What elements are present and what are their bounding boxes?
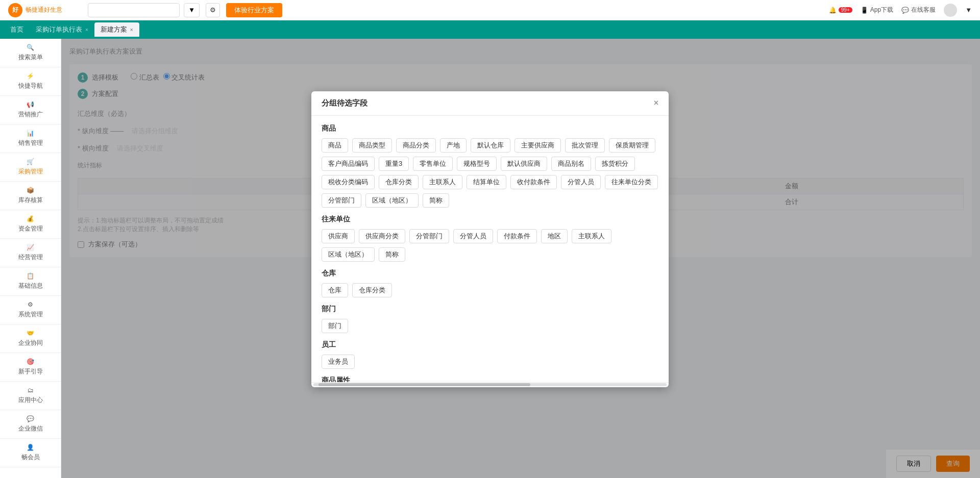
logo-icon: 好 <box>8 3 22 17</box>
sidebar-sales-label: 销售管理 <box>18 139 43 147</box>
field-product-alias[interactable]: 商品别名 <box>551 157 591 171</box>
field-supplier[interactable]: 供应商 <box>322 229 355 243</box>
tab-home[interactable]: 首页 <box>4 22 30 37</box>
search-icon: 🔍 <box>27 44 34 51</box>
field-warehouse-class[interactable]: 仓库分类 <box>352 283 392 297</box>
app-icon: 📱 <box>861 7 868 14</box>
sidebar-item-wechat[interactable]: 💬 企业微信 <box>0 410 61 439</box>
guide-icon: 🎯 <box>27 358 34 365</box>
section-title-warehouse: 仓库 <box>322 269 658 278</box>
field-pick-points[interactable]: 拣货积分 <box>595 157 635 171</box>
sidebar-item-marketing[interactable]: 📢 营销推广 <box>0 96 61 124</box>
sidebar-quick-nav-label: 快捷导航 <box>18 82 43 90</box>
modal: 分组待选字段 × 商品 商品 商品类型 商品分类 产地 默认仓库 主要供应商 批… <box>311 91 669 387</box>
sidebar-item-finance[interactable]: 💰 资金管理 <box>0 210 61 239</box>
tab-new-plan-close[interactable]: × <box>130 27 133 33</box>
field-partner-main-contact[interactable]: 主联系人 <box>572 229 611 243</box>
field-main-contact[interactable]: 主联系人 <box>423 175 462 189</box>
sidebar-item-inventory[interactable]: 📦 库存核算 <box>0 182 61 210</box>
field-weight[interactable]: 重量3 <box>379 157 409 171</box>
partner-fields: 供应商 供应商分类 分管部门 分管人员 付款条件 地区 主联系人 区域（地区） … <box>322 229 658 262</box>
notification-icon: 🔔 <box>829 7 837 14</box>
tab-bar: 首页 采购订单执行表 × 新建方案 × <box>0 20 980 39</box>
tab-purchase-order[interactable]: 采购订单执行表 × <box>30 22 94 37</box>
field-department[interactable]: 部门 <box>322 319 348 333</box>
field-partner-supervisor[interactable]: 分管人员 <box>453 229 493 243</box>
sidebar-guide-label: 新手引导 <box>18 367 43 376</box>
sidebar-item-sales[interactable]: 📊 销售管理 <box>0 124 61 153</box>
experience-btn[interactable]: 体验行业方案 <box>226 3 282 17</box>
field-payment-terms[interactable]: 收付款条件 <box>510 175 557 189</box>
field-batch-mgmt[interactable]: 批次管理 <box>565 138 605 153</box>
top-header: 好 畅捷通好生意 ▼ ⚙ 体验行业方案 🔔 99+ 📱 App下载 💬 在线客服… <box>0 0 980 20</box>
sales-icon: 📊 <box>27 130 34 137</box>
field-region[interactable]: 区域（地区） <box>365 193 419 208</box>
system-icon: ⚙ <box>28 301 33 308</box>
notification-badge: 99+ <box>839 7 852 13</box>
wechat-icon: 💬 <box>27 415 34 422</box>
tab-purchase-order-close[interactable]: × <box>85 27 88 33</box>
sidebar-item-member[interactable]: 👤 畅会员 <box>0 439 61 467</box>
collab-icon: 🤝 <box>27 330 34 337</box>
field-settlement-unit[interactable]: 结算单位 <box>467 175 506 189</box>
field-default-warehouse[interactable]: 默认仓库 <box>471 138 510 153</box>
sidebar-item-basic-info[interactable]: 📋 基础信息 <box>0 267 61 296</box>
top-nav: ▼ ⚙ 体验行业方案 <box>88 3 282 17</box>
sidebar-collab-label: 企业协同 <box>18 339 43 347</box>
field-payment-condition[interactable]: 付款条件 <box>497 229 537 243</box>
sidebar-item-apps[interactable]: 🗂 应用中心 <box>0 382 61 410</box>
sidebar-item-purchase[interactable]: 🛒 采购管理 <box>0 153 61 182</box>
sidebar-item-collab[interactable]: 🤝 企业协同 <box>0 324 61 353</box>
app-download-item[interactable]: 📱 App下载 <box>861 6 893 14</box>
field-product-type[interactable]: 商品类型 <box>352 138 392 153</box>
field-partner-short-name[interactable]: 简称 <box>379 247 405 262</box>
field-warehouse[interactable]: 仓库 <box>322 283 348 297</box>
field-shelf-life[interactable]: 保质期管理 <box>609 138 655 153</box>
sidebar-marketing-label: 营销推广 <box>18 110 43 119</box>
field-partner-dept[interactable]: 分管部门 <box>409 229 449 243</box>
field-origin[interactable]: 产地 <box>440 138 467 153</box>
avatar[interactable] <box>944 4 957 17</box>
online-service-item[interactable]: 💬 在线客服 <box>901 6 936 14</box>
sidebar: 🔍 搜索菜单 ⚡ 快捷导航 📢 营销推广 📊 销售管理 🛒 采购管理 📦 库存核… <box>0 39 61 478</box>
sidebar-purchase-label: 采购管理 <box>18 167 43 176</box>
service-icon: 💬 <box>901 7 909 14</box>
field-customer-code[interactable]: 客户商品编码 <box>322 157 375 171</box>
field-supervisor[interactable]: 分管人员 <box>561 175 601 189</box>
employee-fields: 业务员 <box>322 355 658 369</box>
sidebar-item-search[interactable]: 🔍 搜索菜单 <box>0 39 61 67</box>
field-salesperson[interactable]: 业务员 <box>322 355 355 369</box>
field-short-name[interactable]: 简称 <box>423 193 449 208</box>
quick-nav-icon: ⚡ <box>27 72 34 80</box>
field-tax-code[interactable]: 税收分类编码 <box>322 175 375 189</box>
field-warehouse-category[interactable]: 仓库分类 <box>379 175 419 189</box>
sidebar-item-system[interactable]: ⚙ 系统管理 <box>0 296 61 324</box>
field-spec-model[interactable]: 规格型号 <box>457 157 497 171</box>
field-main-supplier[interactable]: 主要供应商 <box>514 138 561 153</box>
purchase-icon: 🛒 <box>27 158 34 165</box>
logo-area: 好 畅捷通好生意 <box>8 3 69 17</box>
field-dept[interactable]: 分管部门 <box>322 193 361 208</box>
field-supplier-category[interactable]: 供应商分类 <box>359 229 405 243</box>
top-dropdown-btn[interactable]: ▼ <box>184 3 200 17</box>
tab-new-plan[interactable]: 新建方案 × <box>94 22 139 37</box>
modal-hscrollbar[interactable] <box>311 382 669 387</box>
modal-close-btn[interactable]: × <box>654 98 658 108</box>
top-settings-btn[interactable]: ⚙ <box>206 3 220 17</box>
sidebar-item-quick-nav[interactable]: ⚡ 快捷导航 <box>0 67 61 96</box>
field-partner-region[interactable]: 区域（地区） <box>322 247 375 262</box>
field-retail-unit[interactable]: 零售单位 <box>413 157 453 171</box>
field-default-supplier[interactable]: 默认供应商 <box>501 157 547 171</box>
finance-icon: 💰 <box>27 215 34 222</box>
field-product[interactable]: 商品 <box>322 138 348 153</box>
field-area[interactable]: 地区 <box>541 229 568 243</box>
field-partner-category[interactable]: 往来单位分类 <box>605 175 658 189</box>
top-nav-input[interactable] <box>88 3 180 17</box>
marketing-icon: 📢 <box>27 101 34 108</box>
sidebar-item-operations[interactable]: 📈 经营管理 <box>0 239 61 267</box>
sidebar-operations-label: 经营管理 <box>18 253 43 262</box>
notification-item[interactable]: 🔔 99+ <box>829 7 852 14</box>
sidebar-item-guide[interactable]: 🎯 新手引导 <box>0 353 61 382</box>
sidebar-wechat-label: 企业微信 <box>18 424 43 433</box>
field-product-category[interactable]: 商品分类 <box>396 138 436 153</box>
